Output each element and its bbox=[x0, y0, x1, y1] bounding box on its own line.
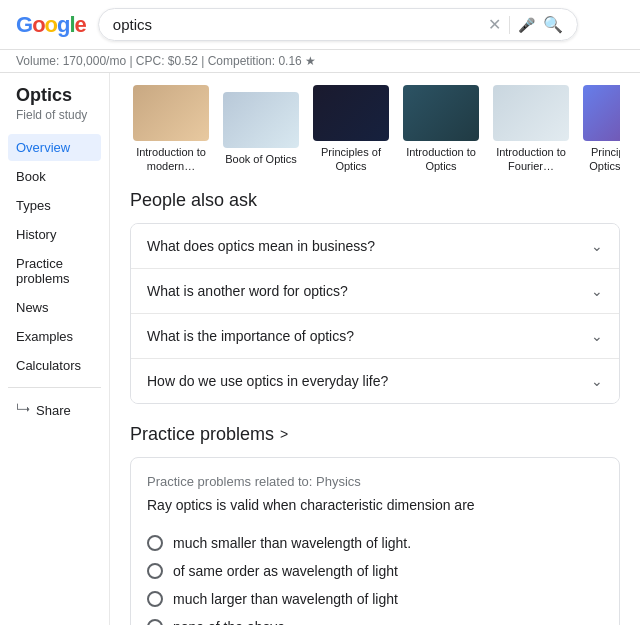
radio-label-opt3: much larger than wavelength of light bbox=[173, 591, 398, 607]
faq-container: What does optics mean in business?⌄What … bbox=[130, 223, 620, 404]
clear-icon[interactable]: ✕ bbox=[488, 15, 501, 34]
practice-title-label: Practice problems bbox=[130, 424, 274, 445]
faq-chevron-icon-q3: ⌄ bbox=[591, 328, 603, 344]
radio-option-opt1[interactable]: much smaller than wavelength of light. bbox=[147, 529, 603, 557]
book-cover-book1 bbox=[133, 85, 209, 141]
search-meta: Volume: 170,000/mo | CPC: $0.52 | Compet… bbox=[0, 50, 640, 73]
faq-chevron-icon-q4: ⌄ bbox=[591, 373, 603, 389]
radio-circle-opt4 bbox=[147, 619, 163, 625]
book-cover-book4 bbox=[403, 85, 479, 141]
radio-label-opt1: much smaller than wavelength of light. bbox=[173, 535, 411, 551]
practice-box: Practice problems related to: Physics Ra… bbox=[130, 457, 620, 625]
sidebar-item-calculators[interactable]: Calculators bbox=[8, 352, 101, 379]
sidebar-item-overview[interactable]: Overview bbox=[8, 134, 101, 161]
sidebar-title: Optics bbox=[8, 85, 101, 106]
faq-item-q1[interactable]: What does optics mean in business?⌄ bbox=[131, 224, 619, 269]
radio-circle-opt1 bbox=[147, 535, 163, 551]
faq-title: People also ask bbox=[130, 190, 620, 211]
radio-label-opt2: of same order as wavelength of light bbox=[173, 563, 398, 579]
practice-arrow-icon: > bbox=[280, 426, 288, 442]
main-layout: Optics Field of study OverviewBookTypesH… bbox=[0, 73, 640, 625]
practice-related: Practice problems related to: Physics bbox=[147, 474, 603, 489]
search-submit-icon[interactable]: 🔍 bbox=[543, 15, 563, 34]
radio-circle-opt3 bbox=[147, 591, 163, 607]
radio-label-opt4: none of the above bbox=[173, 619, 285, 625]
search-input[interactable] bbox=[113, 16, 480, 33]
book-item-book3[interactable]: Principles of Optics bbox=[310, 85, 392, 174]
radio-option-opt2[interactable]: of same order as wavelength of light bbox=[147, 557, 603, 585]
faq-item-q3[interactable]: What is the importance of optics?⌄ bbox=[131, 314, 619, 359]
google-logo: Google bbox=[16, 12, 86, 38]
book-item-book1[interactable]: Introduction to modern… bbox=[130, 85, 212, 174]
faq-chevron-icon-q1: ⌄ bbox=[591, 238, 603, 254]
book-cover-book3 bbox=[313, 85, 389, 141]
faq-item-q2[interactable]: What is another word for optics?⌄ bbox=[131, 269, 619, 314]
radio-circle-opt2 bbox=[147, 563, 163, 579]
book-cover-book6 bbox=[583, 85, 620, 141]
practice-options: much smaller than wavelength of light.of… bbox=[147, 529, 603, 625]
book-item-book6[interactable]: Principles of Optics: 60t… bbox=[580, 85, 620, 174]
radio-option-opt4[interactable]: none of the above bbox=[147, 613, 603, 625]
faq-item-q4[interactable]: How do we use optics in everyday life?⌄ bbox=[131, 359, 619, 403]
search-bar[interactable]: ✕ 🎤 🔍 bbox=[98, 8, 578, 41]
sidebar-item-history[interactable]: History bbox=[8, 221, 101, 248]
divider bbox=[509, 16, 510, 34]
book-label-book6: Principles of Optics: 60t… bbox=[580, 145, 620, 174]
book-cover-book2 bbox=[223, 92, 299, 148]
sidebar-item-examples[interactable]: Examples bbox=[8, 323, 101, 350]
book-label-book4: Introduction to Optics bbox=[400, 145, 482, 174]
faq-question-q3: What is the importance of optics? bbox=[147, 328, 354, 344]
books-carousel: Introduction to modern…Book of OpticsPri… bbox=[130, 85, 620, 174]
faq-question-q4: How do we use optics in everyday life? bbox=[147, 373, 388, 389]
book-label-book1: Introduction to modern… bbox=[130, 145, 212, 174]
book-cover-book5 bbox=[493, 85, 569, 141]
radio-option-opt3[interactable]: much larger than wavelength of light bbox=[147, 585, 603, 613]
sidebar-item-book[interactable]: Book bbox=[8, 163, 101, 190]
sidebar-item-practice[interactable]: Practice problems bbox=[8, 250, 101, 292]
share-label: Share bbox=[36, 403, 71, 418]
sidebar-nav: OverviewBookTypesHistoryPractice problem… bbox=[8, 134, 101, 379]
faq-question-q2: What is another word for optics? bbox=[147, 283, 348, 299]
book-label-book2: Book of Optics bbox=[225, 152, 297, 166]
practice-question: Ray optics is valid when characteristic … bbox=[147, 497, 603, 513]
share-button[interactable]: ⮡ Share bbox=[8, 396, 101, 424]
sidebar-item-types[interactable]: Types bbox=[8, 192, 101, 219]
book-item-book5[interactable]: Introduction to Fourier… bbox=[490, 85, 572, 174]
faq-question-q1: What does optics mean in business? bbox=[147, 238, 375, 254]
faq-chevron-icon-q2: ⌄ bbox=[591, 283, 603, 299]
search-icons: ✕ 🎤 🔍 bbox=[488, 15, 563, 34]
sidebar-item-news[interactable]: News bbox=[8, 294, 101, 321]
voice-icon[interactable]: 🎤 bbox=[518, 17, 535, 33]
header: Google ✕ 🎤 🔍 bbox=[0, 0, 640, 50]
sidebar-divider bbox=[8, 387, 101, 388]
book-label-book3: Principles of Optics bbox=[310, 145, 392, 174]
practice-section-title[interactable]: Practice problems > bbox=[130, 424, 620, 445]
content: Introduction to modern…Book of OpticsPri… bbox=[110, 73, 640, 625]
book-item-book2[interactable]: Book of Optics bbox=[220, 92, 302, 166]
share-icon: ⮡ bbox=[16, 402, 30, 418]
sidebar: Optics Field of study OverviewBookTypesH… bbox=[0, 73, 110, 625]
sidebar-subtitle: Field of study bbox=[8, 108, 101, 122]
book-item-book4[interactable]: Introduction to Optics bbox=[400, 85, 482, 174]
book-label-book5: Introduction to Fourier… bbox=[490, 145, 572, 174]
